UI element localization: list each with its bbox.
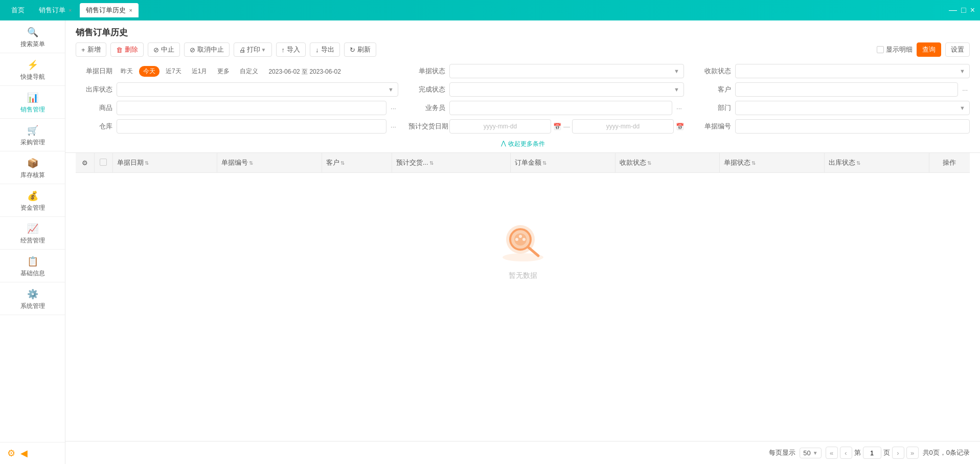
export-label: 导出 <box>321 45 334 54</box>
customer-dots[interactable]: ··· <box>960 86 970 94</box>
filter-control-customer[interactable]: ··· <box>735 82 970 97</box>
cancel-stop-button[interactable]: ⊘ 取消中止 <box>184 42 230 57</box>
sidebar-item-operations-label: 经营管理 <box>20 236 45 245</box>
tab-sales-history[interactable]: 销售订单历史 × <box>80 3 138 17</box>
sidebar-settings-icon[interactable]: ⚙ <box>7 448 15 459</box>
sort-receiptstatus-icon[interactable]: ⇅ <box>647 160 651 166</box>
last-page-button[interactable]: » <box>906 447 919 459</box>
table-container: ⚙ 单据日期 ⇅ 单据编号 <box>65 153 980 441</box>
filter-row-3: 商品 ··· 业务员 ··· 部门 ▼ <box>76 101 970 115</box>
sort-customer-icon[interactable]: ⇅ <box>340 160 345 166</box>
completestatus-select[interactable]: ▼ <box>449 82 684 97</box>
tab-sales-history-label: 销售订单历史 <box>86 6 126 15</box>
print-button[interactable]: 🖨 打印 ▼ <box>234 42 272 57</box>
operations-icon: 📈 <box>27 223 38 234</box>
sort-docstatus-icon[interactable]: ⇅ <box>751 160 756 166</box>
import-button[interactable]: ↑ 导入 <box>276 42 306 57</box>
stop-button[interactable]: ⊘ 中止 <box>148 42 180 57</box>
filter-control-warehouse[interactable]: ··· <box>117 119 398 134</box>
new-button[interactable]: + 新增 <box>76 42 106 57</box>
sidebar-item-baseinfo[interactable]: 📋 基础信息 <box>0 250 65 282</box>
filter-control-completestatus[interactable]: ▼ <box>449 82 684 97</box>
dept-select[interactable]: ▼ <box>735 101 970 115</box>
page-number-input[interactable] <box>863 447 881 459</box>
sort-docno-icon[interactable]: ⇅ <box>249 160 253 166</box>
delete-button[interactable]: 🗑 删除 <box>110 42 144 57</box>
filter-control-receiptstatus[interactable]: ▼ <box>735 64 970 78</box>
next-page-button[interactable]: › <box>892 447 904 459</box>
customer-input[interactable] <box>735 82 958 97</box>
chip-1month[interactable]: 近1月 <box>188 66 212 77</box>
filter-control-date: 昨天 今天 近7天 近1月 更多 自定义 2023-06-02 至 2023-0… <box>117 66 398 77</box>
page-size-selector[interactable]: 50 ▼ <box>800 448 821 458</box>
query-label: 查询 <box>922 45 936 54</box>
receiptstatus-select[interactable]: ▼ <box>735 64 970 78</box>
sort-docdate-icon[interactable]: ⇅ <box>145 160 149 166</box>
chip-yesterday[interactable]: 昨天 <box>117 66 137 77</box>
chip-more[interactable]: 更多 <box>213 66 234 77</box>
tab-sales-order[interactable]: 销售订单 × <box>33 3 78 17</box>
product-dots[interactable]: ··· <box>389 104 398 112</box>
calendar-icon-from[interactable]: 📅 <box>553 123 561 130</box>
date-chip-group: 昨天 今天 近7天 近1月 更多 自定义 <box>117 66 262 77</box>
sidebar-item-purchase[interactable]: 🛒 采购管理 <box>0 119 65 151</box>
filter-control-dept[interactable]: ▼ <box>735 101 970 115</box>
delivery-date-from[interactable]: yyyy-mm-dd <box>449 119 551 134</box>
stop-icon: ⊘ <box>153 46 159 54</box>
setting-button[interactable]: 设置 <box>945 42 970 57</box>
sidebar-item-finance[interactable]: 💰 资金管理 <box>0 184 65 217</box>
chip-today[interactable]: 今天 <box>139 66 159 77</box>
sidebar-collapse-icon[interactable]: ◀ <box>20 448 28 459</box>
th-outstatus-label: 出库状态 <box>829 158 855 167</box>
chip-custom[interactable]: 自定义 <box>236 66 262 77</box>
sidebar-item-inventory[interactable]: 📦 库存核算 <box>0 151 65 184</box>
calendar-icon-to[interactable]: 📅 <box>676 123 684 130</box>
outstatus-select[interactable]: ▼ <box>117 82 398 97</box>
sidebar-item-system[interactable]: ⚙️ 系统管理 <box>0 282 65 315</box>
filter-control-salesperson[interactable]: ··· <box>449 101 684 115</box>
warehouse-dots[interactable]: ··· <box>389 123 398 130</box>
prev-page-button[interactable]: ‹ <box>840 447 852 459</box>
warehouse-input[interactable] <box>117 119 386 134</box>
docno-input[interactable] <box>735 119 970 134</box>
sidebar-item-quicknav[interactable]: ⚡ 快捷导航 <box>0 53 65 86</box>
select-all-checkbox[interactable] <box>100 159 107 166</box>
delivery-date-to[interactable]: yyyy-mm-dd <box>572 119 674 134</box>
filter-control-outstatus[interactable]: ▼ <box>117 82 398 97</box>
tab-sales-history-close[interactable]: × <box>129 7 132 13</box>
sidebar-item-operations[interactable]: 📈 经营管理 <box>0 217 65 250</box>
sidebar-item-sales[interactable]: 📊 销售管理 <box>0 86 65 119</box>
tab-sales-order-close[interactable]: × <box>69 7 72 13</box>
th-docno-label: 单据编号 <box>221 158 248 167</box>
sort-amount-icon[interactable]: ⇅ <box>542 160 546 166</box>
product-input[interactable] <box>117 101 386 115</box>
refresh-button[interactable]: ↻ 刷新 <box>344 42 376 57</box>
search-icon: 🔍 <box>27 27 38 38</box>
collapse-row[interactable]: ⋀ 收起更多条件 <box>76 138 970 150</box>
display-detail-checkbox[interactable] <box>877 46 884 53</box>
filter-control-docstatus[interactable]: ▼ <box>449 64 684 78</box>
th-settings[interactable]: ⚙ <box>76 153 94 173</box>
th-receiptstatus: 收款状态 ⇅ <box>615 153 720 173</box>
minimize-button[interactable]: — <box>949 6 957 15</box>
docstatus-select[interactable]: ▼ <box>449 64 684 78</box>
filter-control-deliverydate: yyyy-mm-dd 📅 — yyyy-mm-dd 📅 <box>449 119 684 134</box>
filter-control-product[interactable]: ··· <box>117 101 398 115</box>
first-page-button[interactable]: « <box>826 447 838 459</box>
sort-delivery-icon[interactable]: ⇅ <box>429 160 434 166</box>
filter-control-docno[interactable] <box>735 119 970 134</box>
sidebar-item-search[interactable]: 🔍 搜索菜单 <box>0 20 65 53</box>
maximize-button[interactable]: □ <box>961 6 966 15</box>
filter-row-1: 单据日期 昨天 今天 近7天 近1月 更多 自定义 2023-06-02 至 2… <box>76 64 970 78</box>
close-button[interactable]: × <box>970 6 975 15</box>
salesperson-dots[interactable]: ··· <box>674 104 684 112</box>
page-title-text: 销售订单历史 <box>76 28 128 37</box>
chip-7days[interactable]: 近7天 <box>162 66 186 77</box>
query-button[interactable]: 查询 <box>917 42 941 57</box>
tab-home[interactable]: 首页 <box>5 3 31 17</box>
sort-outstatus-icon[interactable]: ⇅ <box>856 160 860 166</box>
filter-label-outstatus: 出库状态 <box>76 85 117 94</box>
export-button[interactable]: ↓ 导出 <box>310 42 340 57</box>
display-detail-toggle[interactable]: 显示明细 <box>877 45 913 54</box>
salesperson-input[interactable] <box>449 101 672 115</box>
